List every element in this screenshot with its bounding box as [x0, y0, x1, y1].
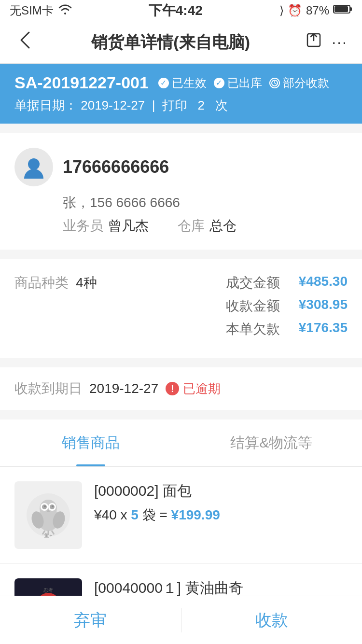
alarm-icon: ⏰: [288, 4, 302, 17]
product-info-1: [0000002] 面包 ¥40 x 5 袋 = ¥199.99: [94, 481, 348, 524]
cancel-button[interactable]: 弃审: [0, 597, 181, 644]
product-title-1: 面包: [163, 483, 192, 499]
confirm-button[interactable]: 收款: [181, 597, 362, 644]
battery-icon: [333, 4, 352, 17]
more-icon[interactable]: ···: [332, 33, 348, 51]
svg-text:忍者: 忍者: [43, 588, 53, 593]
svg-text:鱼+: 鱼+: [44, 532, 52, 538]
avatar: [14, 148, 53, 186]
badge-shipped-label: 已出库: [227, 75, 262, 91]
status-badges: ✓ 已生效 ✓ 已出库 部分收款: [158, 75, 329, 91]
warehouse-item: 仓库 总仓: [178, 217, 237, 235]
sales-item: 业务员 曾凡杰: [63, 217, 149, 235]
product-id-2: [00040000１]: [94, 580, 181, 596]
product-types-value: 4种: [76, 274, 97, 292]
summary-section: 商品种类 4种 成交金额 ¥485.30 收款金额 ¥308.95 本单欠款 ¥…: [0, 259, 362, 358]
badge-partial: 部分收款: [269, 75, 329, 91]
svg-point-5: [28, 158, 40, 170]
owed-label: 本单欠款: [226, 320, 280, 338]
status-bar: 无SIM卡 下午4:42 ⟩ ⏰ 87%: [0, 0, 362, 21]
nav-bar: 销货单详情(来自电脑) ···: [0, 21, 362, 64]
status-time: 下午4:42: [149, 1, 203, 20]
location-icon: ⟩: [279, 4, 284, 17]
amount-row: 成交金额 ¥485.30: [226, 274, 348, 292]
order-date: 单据日期： 2019-12-27 | 打印 2 次: [14, 97, 348, 114]
sales-label: 业务员: [63, 217, 103, 235]
owed-value: ¥176.35: [290, 320, 348, 338]
svg-rect-1: [350, 7, 352, 11]
customer-section: 17666666666 张，156 6666 6666 业务员 曾凡杰 仓库 总…: [0, 133, 362, 250]
svg-point-13: [44, 505, 46, 507]
equals-1: =: [159, 507, 171, 522]
tab-sales-products[interactable]: 销售商品: [0, 420, 181, 466]
badge-partial-label: 部分收款: [283, 75, 329, 91]
multiply-sign-1: x: [121, 507, 131, 522]
tab-sales-products-label: 销售商品: [62, 434, 120, 450]
print-count: 2: [198, 98, 205, 112]
badge-effective-label: 已生效: [172, 75, 207, 91]
product-placeholder-1: 鱼+: [14, 481, 82, 549]
qty-1: 5: [131, 507, 139, 522]
product-price-row-1: ¥40 x 5 袋 = ¥199.99: [94, 506, 348, 524]
order-id: SA-20191227-001: [14, 73, 149, 92]
share-icon[interactable]: [306, 32, 322, 53]
print-unit: 次: [215, 98, 228, 112]
check-icon-1: ✓: [158, 78, 169, 88]
summary-right: 成交金额 ¥485.30 收款金额 ¥308.95 本单欠款 ¥176.35: [226, 274, 348, 343]
received-value: ¥308.95: [290, 297, 348, 315]
svg-rect-2: [334, 6, 348, 12]
warehouse-name: 总仓: [209, 217, 237, 235]
bottom-bar: 弃审 收款: [0, 596, 362, 644]
overdue-badge: ! 已逾期: [166, 380, 221, 397]
overdue-text: 已逾期: [183, 380, 221, 397]
sales-name: 曾凡杰: [108, 217, 149, 235]
tabs-row: 销售商品 结算&物流等: [0, 420, 362, 467]
check-icon-2: ✓: [214, 78, 224, 88]
status-right: ⟩ ⏰ 87%: [279, 4, 352, 17]
product-name-2: [00040000１] 黄油曲奇: [94, 578, 348, 598]
page-title: 销货单详情(来自电脑): [91, 31, 250, 54]
signal-text: 无SIM卡: [10, 3, 54, 18]
tab-settlement[interactable]: 结算&物流等: [181, 420, 362, 466]
unit-1: 袋: [142, 507, 156, 522]
tab-settlement-label: 结算&物流等: [230, 434, 312, 450]
product-types-label: 商品种类: [14, 274, 69, 292]
product-name-1: [0000002] 面包: [94, 481, 348, 501]
back-button[interactable]: [14, 26, 36, 59]
main-content: SA-20191227-001 ✓ 已生效 ✓ 已出库: [0, 64, 362, 644]
clock-icon: [269, 78, 280, 88]
customer-meta: 业务员 曾凡杰 仓库 总仓: [63, 217, 348, 235]
order-header: SA-20191227-001 ✓ 已生效 ✓ 已出库: [0, 64, 362, 124]
badge-effective: ✓ 已生效: [158, 75, 207, 91]
order-header-top: SA-20191227-001 ✓ 已生效 ✓ 已出库: [14, 73, 348, 92]
received-row: 收款金额 ¥308.95: [226, 297, 348, 315]
tabs-section: 销售商品 结算&物流等: [0, 420, 362, 467]
summary-left: 商品种类 4种: [14, 274, 97, 296]
warehouse-label: 仓库: [178, 217, 205, 235]
customer-name-detail: 张，156 6666 6666: [63, 194, 348, 212]
product-image-1: 鱼+: [14, 481, 82, 549]
due-label: 收款到期日: [14, 379, 82, 398]
due-date: 2019-12-27: [89, 381, 158, 396]
date-label: 单据日期：: [14, 98, 77, 112]
wifi-icon: [58, 4, 72, 17]
amount-value: ¥485.30: [290, 274, 348, 292]
battery-text: 87%: [306, 4, 329, 17]
svg-point-14: [52, 505, 54, 507]
amount-label: 成交金额: [226, 274, 280, 292]
product-item: 鱼+ [0000002] 面包 ¥40 x 5 袋 = ¥199.99: [0, 467, 362, 564]
customer-row: 17666666666: [14, 148, 348, 186]
overdue-icon: !: [166, 382, 179, 395]
badge-shipped: ✓ 已出库: [214, 75, 262, 91]
status-left: 无SIM卡: [10, 3, 72, 18]
due-section: 收款到期日 2019-12-27 ! 已逾期: [0, 367, 362, 410]
product-id-1: [0000002]: [94, 483, 158, 499]
owed-row: 本单欠款 ¥176.35: [226, 320, 348, 338]
total-1: ¥199.99: [171, 507, 220, 522]
customer-phone: 17666666666: [63, 157, 169, 177]
unit-price-1: ¥40: [94, 507, 117, 522]
product-title-2: 黄油曲奇: [185, 580, 243, 596]
nav-actions: ···: [306, 32, 348, 53]
date-value: 2019-12-27: [81, 98, 145, 112]
product-types-item: 商品种类 4种: [14, 274, 97, 292]
